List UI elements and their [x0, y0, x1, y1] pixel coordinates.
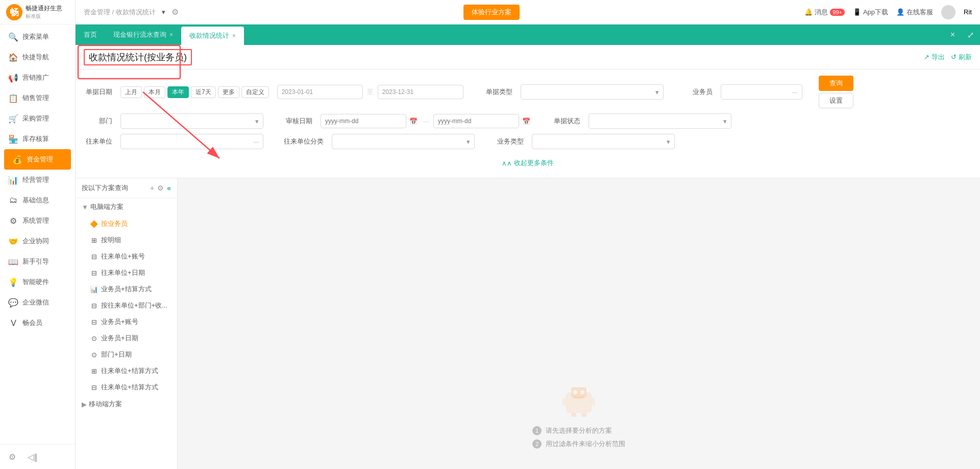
filter-row-3: 往来单位 ··· 往来单位分类 ▾ 业务类型 ▾: [84, 134, 972, 149]
scheme-item-salesperson-date[interactable]: ⊙ 业务员+日期: [76, 330, 177, 346]
filter-row-2: 部门 ▾ 审核日期 📅 — 📅 单据状态 ▾: [84, 113, 972, 129]
breadcrumb: 资金管理 / 收款情况统计: [84, 8, 156, 17]
preset-custom[interactable]: 自定义: [241, 86, 269, 98]
sidebar-item-search[interactable]: 🔍 搜索菜单: [0, 27, 75, 47]
sidebar-item-operations[interactable]: 📊 经营管理: [0, 170, 75, 190]
online-service-btn[interactable]: 👤 在线客服: [896, 8, 933, 17]
tab-cashflow-close[interactable]: ×: [169, 31, 173, 38]
doc-status-dropdown-icon: ▾: [723, 118, 727, 125]
partner-more-icon[interactable]: ···: [253, 138, 259, 146]
tab-close-all-icon[interactable]: ×: [944, 30, 961, 39]
preset-last-month[interactable]: 上月: [120, 86, 142, 98]
scheme-group-desktop: ▼ 电脑端方案 🔶 按业务员 ⊞ 按明细 ⊟ 往来单位+账号: [76, 198, 177, 395]
tab-receipts-close[interactable]: ×: [232, 32, 236, 39]
setting-btn[interactable]: 设置: [819, 93, 853, 108]
preset-this-year[interactable]: 本年: [167, 86, 189, 98]
message-btn[interactable]: 🔔 消息 99+: [804, 8, 845, 17]
salesperson-select[interactable]: ···: [721, 84, 802, 100]
preset-this-month[interactable]: 本月: [144, 86, 165, 98]
doc-type-dropdown-icon: ▾: [655, 88, 659, 96]
scheme-item-salesperson-settle[interactable]: 📊 业务员+结算方式: [76, 281, 177, 297]
scheme-item-partner-settle1[interactable]: ⊞ 往来单位+结算方式: [76, 363, 177, 379]
app-download-btn[interactable]: 📱 App下载: [853, 8, 888, 17]
preset-more[interactable]: 更多: [218, 86, 239, 98]
salesperson-more-icon[interactable]: ···: [792, 88, 798, 96]
user-avatar[interactable]: [941, 5, 955, 19]
dept-dropdown-icon: ▾: [255, 118, 259, 125]
query-btn[interactable]: 查询: [819, 76, 853, 91]
scheme-item-partner-dept[interactable]: ⊟ 按往来单位+部门+收...: [76, 297, 177, 314]
page-content: 收款情况统计(按业务员) ↗ 导出 ↺ 刷新 单据日期 上月 本月: [76, 45, 980, 469]
scheme-item-salesperson-icon: 🔶: [90, 220, 98, 228]
biz-type-select[interactable]: ▾: [532, 134, 675, 149]
header-gear-icon[interactable]: ⚙: [172, 7, 179, 17]
tab-expand-icon[interactable]: ⤢: [961, 30, 980, 40]
svg-rect-8: [581, 413, 586, 417]
scheme-item-partner-settle2[interactable]: ⊟ 往来单位+结算方式: [76, 379, 177, 395]
sidebar-item-base[interactable]: 🗂 基础信息: [0, 190, 75, 210]
trial-btn[interactable]: 体验行业方案: [463, 5, 520, 20]
sidebar-item-member[interactable]: Ⅴ 畅会员: [0, 313, 75, 333]
dept-select[interactable]: ▾: [120, 113, 263, 129]
scheme-group-mobile-title[interactable]: ▶ 移动端方案: [76, 395, 177, 413]
sidebar-item-purchase[interactable]: 🛒 采购管理: [0, 108, 75, 129]
review-date-icon1: 📅: [408, 118, 419, 125]
date-to-input[interactable]: 2023-12-31: [378, 85, 463, 99]
settings-bottom-icon[interactable]: ⚙: [4, 449, 20, 465]
collapse-more-btn[interactable]: ∧∧ 收起更多条件: [84, 154, 972, 172]
scheme-item-by-salesperson[interactable]: 🔶 按业务员: [76, 216, 177, 232]
sidebar-item-hardware[interactable]: 💡 智能硬件: [0, 272, 75, 292]
scheme-group-desktop-title[interactable]: ▼ 电脑端方案: [76, 198, 177, 216]
sidebar-item-wechat[interactable]: 💬 企业微信: [0, 292, 75, 313]
scheme-item-detail-icon: ⊞: [90, 236, 98, 244]
scheme-item-partner-date[interactable]: ⊟ 往来单位+日期: [76, 265, 177, 281]
date-from-input[interactable]: 2023-01-01: [277, 85, 363, 99]
scheme-collapse-btn[interactable]: «: [167, 184, 171, 192]
salesperson-label: 业务员: [684, 87, 713, 97]
doc-status-select[interactable]: ▾: [589, 113, 731, 129]
scheme-item-pdept-icon: ⊟: [90, 301, 98, 310]
page-title-bar: 收款情况统计(按业务员) ↗ 导出 ↺ 刷新: [76, 45, 980, 69]
scheme-add-btn[interactable]: +: [150, 184, 154, 192]
scheme-item-by-detail[interactable]: ⊞ 按明细: [76, 232, 177, 248]
sidebar-item-guide[interactable]: 📖 新手引导: [0, 251, 75, 272]
sidebar: 畅 畅捷通好生意 标准版 🔍 搜索菜单 🏠 快捷导航 📢 营销推广 📋 销售管理…: [0, 0, 76, 469]
corp-icon: 🤝: [8, 236, 18, 246]
sidebar-item-quicknav[interactable]: 🏠 快捷导航: [0, 47, 75, 67]
export-btn[interactable]: ↗ 导出: [924, 53, 945, 62]
header-dropdown[interactable]: ▾: [162, 8, 165, 16]
sidebar-item-system[interactable]: ⚙ 系统管理: [0, 210, 75, 231]
review-date-to[interactable]: [433, 114, 519, 128]
refresh-icon: ↺: [951, 53, 957, 61]
sidebar-item-sales[interactable]: 📋 销售管理: [0, 88, 75, 108]
tab-cashflow[interactable]: 现金银行流水查询 ×: [105, 25, 181, 45]
collapse-sidebar-icon[interactable]: ◁‖: [24, 449, 41, 465]
tab-receipts[interactable]: 收款情况统计 ×: [181, 27, 244, 45]
operations-icon: 📊: [8, 175, 18, 185]
tab-home[interactable]: 首页: [76, 25, 105, 45]
sidebar-item-inventory[interactable]: 🏪 库存核算: [0, 129, 75, 149]
partner-cat-select[interactable]: ▾: [332, 134, 475, 149]
sidebar-item-finance[interactable]: 💰 资金管理: [4, 149, 71, 170]
scheme-item-ps2-icon: ⊟: [90, 383, 98, 391]
hint-num-1: 1: [532, 426, 542, 435]
scheme-gear-btn[interactable]: ⚙: [157, 184, 164, 192]
preset-7days[interactable]: 近7天: [191, 86, 216, 98]
scheme-item-salesperson-account[interactable]: ⊟ 业务员+账号: [76, 314, 177, 330]
scheme-header: 按以下方案查询 + ⚙ «: [76, 178, 177, 198]
doc-type-select[interactable]: ▾: [521, 84, 664, 100]
base-icon: 🗂: [8, 195, 18, 205]
empty-illustration: [558, 377, 599, 418]
refresh-btn[interactable]: ↺ 刷新: [951, 53, 972, 62]
dept-label: 部门: [84, 116, 112, 126]
sidebar-item-corp[interactable]: 🤝 企业协同: [0, 231, 75, 251]
sidebar-item-marketing[interactable]: 📢 营销推广: [0, 67, 75, 88]
scheme-item-partner-account[interactable]: ⊟ 往来单位+账号: [76, 248, 177, 265]
filter-panel: 单据日期 上月 本月 本年 近7天 更多 自定义 2023-01-01 至 20…: [76, 69, 980, 178]
scheme-item-dept-date[interactable]: ⊙ 部门+日期: [76, 346, 177, 363]
review-date-from[interactable]: [321, 114, 406, 128]
app-logo-icon: 畅: [6, 4, 22, 20]
partner-select[interactable]: ···: [120, 134, 263, 149]
date-presets: 上月 本月 本年 近7天 更多 自定义: [120, 86, 269, 98]
scheme-group-mobile: ▶ 移动端方案: [76, 395, 177, 413]
